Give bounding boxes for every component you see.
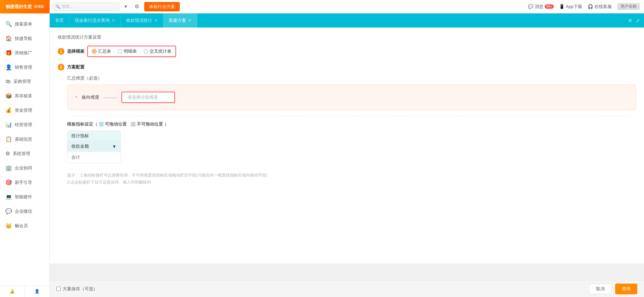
- radio-detail-circle: [118, 49, 122, 54]
- col-header-row[interactable]: 收款金额 ▼: [67, 141, 120, 152]
- sidebar-item-smart-hw[interactable]: 💻 智能硬件: [0, 190, 49, 204]
- header-dropdown-btn[interactable]: ▼: [122, 3, 129, 10]
- tab-new-plan-label: 新建方案: [169, 17, 186, 23]
- tab-bank-flow[interactable]: 现金银行流水查询 ✕: [69, 13, 121, 28]
- online-service-item[interactable]: 🎧 在线客服: [588, 4, 612, 10]
- section2-title: 方案配置: [67, 64, 85, 70]
- tab-bar-right: ✕ ⤢: [624, 13, 644, 28]
- page-content: 收款情况统计方案设置 1 选择模板 汇总表 明细表: [50, 28, 644, 280]
- sidebar-item-search-menu[interactable]: 🔍 搜索菜单: [0, 17, 49, 31]
- col-header-label: 收款金额: [71, 143, 89, 149]
- metrics-label: 统计指标: [71, 133, 89, 139]
- save-plan-checkbox-input[interactable]: [56, 287, 61, 291]
- app-download-item[interactable]: 📱 App下载: [559, 4, 582, 10]
- sidebar-item-label: 企业协同: [15, 165, 32, 171]
- draggable-dot: [99, 122, 104, 127]
- tab-payment-stats-close[interactable]: ✕: [154, 18, 158, 23]
- sidebar-item-quick-nav[interactable]: 🏠 快捷导航: [0, 31, 49, 46]
- footer-right: 取消 查询: [589, 284, 637, 294]
- tab-maximize-icon[interactable]: ⤢: [636, 17, 640, 24]
- radio-summary[interactable]: 汇总表: [92, 48, 111, 54]
- tab-new-plan[interactable]: 新建方案 ✕: [163, 13, 197, 28]
- dimension-label-text: 汇总维度（必选）: [67, 76, 102, 81]
- sidebar-item-label: 企业微信: [15, 208, 32, 214]
- sidebar-item-label: 新手引导: [15, 180, 32, 186]
- fixed-dot: [131, 122, 136, 127]
- tab-close-window-icon[interactable]: ✕: [628, 17, 632, 24]
- dimension-section-label: 汇总维度（必选）: [67, 75, 636, 81]
- tab-payment-stats-label: 收款情况统计: [126, 17, 152, 23]
- content-area: 首页 现金银行流水查询 ✕ 收款情况统计 ✕ 新建方案 ✕ ✕ ⤢ 收款情况统计…: [50, 13, 644, 297]
- save-plan-checkbox[interactable]: 方案保存（可选）: [56, 286, 98, 292]
- dimension-row: * 纵向维度 ——— 请选择分组维度: [75, 92, 628, 103]
- message-icon: 💬: [528, 4, 533, 9]
- sidebar-item-enterprise[interactable]: 🏢 企业协同: [0, 161, 49, 175]
- header-search-box[interactable]: 🔍 搜索...: [52, 2, 119, 11]
- sidebar-item-marketing[interactable]: 🎁 营销推广: [0, 46, 49, 60]
- sidebar-item-system[interactable]: ⚙ 系统管理: [0, 146, 49, 161]
- radio-detail-label: 明细表: [124, 48, 137, 54]
- smart-hw-icon: 💻: [5, 194, 12, 200]
- sidebar-item-sales[interactable]: 👤 销售管理: [0, 60, 49, 75]
- sidebar-bottom-btn-left[interactable]: 🔔: [0, 286, 25, 297]
- sidebar-item-label: 快捷导航: [15, 36, 32, 42]
- sidebar-item-guide[interactable]: 🎯 新手引导: [0, 175, 49, 190]
- dimension-select[interactable]: 请选择分组维度: [121, 92, 175, 103]
- marketing-icon: 🎁: [5, 50, 12, 56]
- tab-bank-flow-close[interactable]: ✕: [112, 18, 115, 23]
- sidebar-item-purchase[interactable]: 🛍 采购管理: [0, 75, 49, 89]
- draggable-label: 可拖动位置: [105, 121, 127, 127]
- metrics-close-paren: ）: [164, 121, 169, 127]
- sales-icon: 👤: [5, 64, 12, 70]
- sidebar-item-operation[interactable]: 📊 经营管理: [0, 117, 49, 132]
- cancel-button[interactable]: 取消: [589, 284, 612, 294]
- page-breadcrumb: 收款情况统计方案设置: [58, 34, 636, 40]
- inventory-icon: 📦: [5, 93, 12, 99]
- save-plan-label: 方案保存（可选）: [63, 286, 98, 292]
- sidebar-item-wechat[interactable]: 💬 企业微信: [0, 204, 49, 218]
- tab-home-label: 首页: [55, 17, 64, 23]
- sidebar-item-label: 库存核算: [15, 93, 32, 99]
- notification-label: 消息: [535, 4, 543, 10]
- metrics-table: 统计指标 收款金额 ▼ 合计: [67, 131, 121, 163]
- section2-num: 2: [58, 64, 64, 70]
- online-service-label: 在线客服: [594, 4, 612, 10]
- sidebar-item-inventory[interactable]: 📦 库存核算: [0, 89, 49, 103]
- dimension-area: * 纵向维度 ——— 请选择分组维度: [67, 85, 636, 110]
- main-layout: 🔍 搜索菜单 🏠 快捷导航 🎁 营销推广 👤 销售管理 🛍 采购管理 📦 库存核…: [0, 13, 644, 297]
- radio-cross[interactable]: 交叉统计表: [144, 48, 171, 54]
- section1-title: 选择模板: [67, 48, 85, 54]
- tips-section: 提示： 1.拖动标题栏可以调整布局，不可跨维度或指标区域拖动栏目字段(只能在同一…: [67, 172, 636, 185]
- notification-badge: 99+: [545, 4, 554, 9]
- sidebar-item-member[interactable]: 👑 畅会员: [0, 218, 49, 233]
- search-placeholder: 搜索...: [62, 4, 73, 9]
- fixed-label: 不可拖动位置: [137, 121, 163, 127]
- tab-payment-stats[interactable]: 收款情况统计 ✕: [121, 13, 163, 28]
- app-logo: 畅捷通好生意 标准版: [0, 0, 50, 13]
- sidebar-item-finance[interactable]: 💰 资金管理: [0, 103, 49, 117]
- sidebar-item-basic-info[interactable]: 📋 基础信息: [0, 132, 49, 146]
- guide-icon: 🎯: [5, 179, 12, 186]
- radio-summary-label: 汇总表: [98, 48, 111, 54]
- col-header-dropdown-icon[interactable]: ▼: [112, 144, 116, 149]
- app-download-label: App下载: [566, 4, 582, 10]
- query-button[interactable]: 查询: [615, 284, 637, 294]
- notification-item[interactable]: 💬 消息 99+: [528, 4, 554, 10]
- tab-bank-flow-label: 现金银行流水查询: [75, 17, 110, 23]
- tab-new-plan-close[interactable]: ✕: [188, 18, 192, 23]
- header-right: 💬 消息 99+ 📱 App下载 🎧 在线客服 用户名称: [528, 3, 640, 10]
- app-icon: 📱: [559, 4, 565, 9]
- user-avatar[interactable]: 用户名称: [617, 3, 640, 10]
- footer-bar: 方案保存（可选） 取消 查询: [50, 280, 644, 297]
- search-icon: 🔍: [55, 4, 60, 9]
- tab-home[interactable]: 首页: [50, 13, 69, 28]
- operation-icon: 📊: [5, 121, 12, 128]
- radio-summary-circle: [92, 49, 97, 54]
- settings-icon[interactable]: ⚙: [132, 2, 142, 11]
- radio-detail[interactable]: 明细表: [118, 48, 137, 54]
- sidebar-bottom-btn-right[interactable]: 👤: [25, 286, 49, 297]
- logo-text: 畅捷通好生意: [6, 4, 32, 10]
- sidebar-item-label: 畅会员: [15, 223, 28, 229]
- required-marker: *: [75, 95, 77, 100]
- industry-plan-button[interactable]: 体验行业方案: [144, 2, 180, 11]
